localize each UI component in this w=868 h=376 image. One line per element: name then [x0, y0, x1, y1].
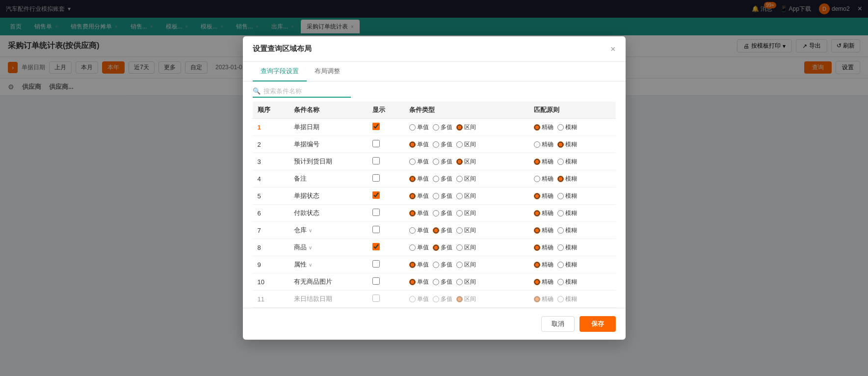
modal-close-btn[interactable]: × [610, 45, 616, 54]
cell-name: 来日结款日期 [289, 291, 368, 308]
cell-order: 7 [253, 222, 289, 239]
modal-title: 设置查询区域布局 [253, 44, 312, 54]
cell-order: 9 [253, 256, 289, 273]
cancel-btn[interactable]: 取消 [541, 316, 575, 332]
cell-match: 精确模糊 [529, 273, 615, 291]
cell-match: 精确模糊 [529, 188, 615, 205]
table-row: 9属性 ∨单值多值区间精确模糊 [253, 256, 616, 273]
cell-type: 单值多值区间 [404, 205, 529, 222]
cell-match: 精确模糊 [529, 136, 615, 153]
save-btn[interactable]: 保存 [579, 316, 616, 332]
th-name: 条件名称 [289, 102, 368, 119]
display-checkbox[interactable] [372, 277, 380, 285]
cell-name: 单据编号 [289, 136, 368, 153]
display-checkbox[interactable] [372, 209, 380, 216]
modal-search: 🔍 [243, 81, 626, 102]
cell-match: 精确模糊 [529, 239, 615, 256]
display-checkbox[interactable] [372, 260, 380, 268]
th-match: 匹配原则 [529, 102, 615, 119]
cell-name: 仓库 ∨ [289, 222, 368, 239]
table-row: 6付款状态单值多值区间精确模糊 [253, 205, 616, 222]
cell-type: 单值多值区间 [404, 188, 529, 205]
cell-type: 单值多值区间 [404, 256, 529, 273]
display-checkbox[interactable] [372, 295, 380, 302]
cell-type: 单值多值区间 [404, 273, 529, 291]
settings-modal: 设置查询区域布局 × 查询字段设置 布局调整 🔍 顺序 [243, 36, 626, 340]
cell-display[interactable] [368, 273, 404, 291]
cell-type: 单值多值区间 [404, 222, 529, 239]
cell-order: 4 [253, 170, 289, 188]
table-row: 1单据日期单值多值区间精确模糊 [253, 119, 616, 136]
cell-type: 单值多值区间 [404, 119, 529, 136]
th-order: 顺序 [253, 102, 289, 119]
cell-order: 2 [253, 136, 289, 153]
cell-display[interactable] [368, 188, 404, 205]
display-checkbox[interactable] [372, 243, 380, 250]
display-checkbox[interactable] [372, 191, 380, 199]
cell-order: 3 [253, 153, 289, 170]
th-display: 显示 [368, 102, 404, 119]
table-row: 4备注单值多值区间精确模糊 [253, 170, 616, 188]
th-type: 条件类型 [404, 102, 529, 119]
cell-name: 属性 ∨ [289, 256, 368, 273]
cell-display[interactable] [368, 222, 404, 239]
cell-display[interactable] [368, 291, 404, 308]
modal-footer: 取消 保存 [243, 308, 626, 340]
display-checkbox[interactable] [372, 174, 380, 182]
cell-display[interactable] [368, 153, 404, 170]
modal-tab-layout-adjust[interactable]: 布局调整 [307, 62, 348, 81]
cell-order: 11 [253, 291, 289, 308]
cell-order: 6 [253, 205, 289, 222]
cell-display[interactable] [368, 136, 404, 153]
cell-name: 单据日期 [289, 119, 368, 136]
display-checkbox[interactable] [372, 140, 380, 147]
table-row: 2单据编号单值多值区间精确模糊 [253, 136, 616, 153]
modal-table-wrap: 顺序 条件名称 显示 条件类型 匹配原则 1单据日期单值多值区间精确模糊2单据编… [243, 102, 626, 308]
table-row: 3预计到货日期单值多值区间精确模糊 [253, 153, 616, 170]
cell-type: 单值多值区间 [404, 136, 529, 153]
search-input[interactable] [263, 87, 342, 95]
cell-order: 5 [253, 188, 289, 205]
search-wrap: 🔍 [253, 87, 351, 98]
cell-name: 备注 [289, 170, 368, 188]
cell-match: 精确模糊 [529, 256, 615, 273]
cell-order: 1 [253, 119, 289, 136]
cell-name: 付款状态 [289, 205, 368, 222]
cell-type: 单值多值区间 [404, 170, 529, 188]
cell-type: 单值多值区间 [404, 153, 529, 170]
cell-display[interactable] [368, 205, 404, 222]
cell-display[interactable] [368, 119, 404, 136]
display-checkbox[interactable] [372, 226, 380, 233]
cell-name: 有无商品图片 [289, 273, 368, 291]
cell-name: 预计到货日期 [289, 153, 368, 170]
cell-display[interactable] [368, 256, 404, 273]
table-row: 8商品 ∨单值多值区间精确模糊 [253, 239, 616, 256]
cell-type: 单值多值区间 [404, 291, 529, 308]
modal-table: 顺序 条件名称 显示 条件类型 匹配原则 1单据日期单值多值区间精确模糊2单据编… [253, 102, 616, 308]
display-checkbox[interactable] [372, 123, 380, 130]
cell-name: 单据状态 [289, 188, 368, 205]
table-header-row: 顺序 条件名称 显示 条件类型 匹配原则 [253, 102, 616, 119]
cell-display[interactable] [368, 239, 404, 256]
cell-match: 精确模糊 [529, 153, 615, 170]
table-row: 5单据状态单值多值区间精确模糊 [253, 188, 616, 205]
cell-match: 精确模糊 [529, 170, 615, 188]
cell-name: 商品 ∨ [289, 239, 368, 256]
modal-tabs: 查询字段设置 布局调整 [243, 62, 626, 81]
cell-match: 精确模糊 [529, 119, 615, 136]
cell-match: 精确模糊 [529, 291, 615, 308]
search-icon: 🔍 [253, 87, 261, 95]
table-row: 11来日结款日期单值多值区间精确模糊 [253, 291, 616, 308]
cell-order: 10 [253, 273, 289, 291]
cell-display[interactable] [368, 170, 404, 188]
display-checkbox[interactable] [372, 157, 380, 164]
modal-tab-query-fields[interactable]: 查询字段设置 [253, 62, 307, 81]
cell-match: 精确模糊 [529, 205, 615, 222]
modal-overlay: 设置查询区域布局 × 查询字段设置 布局调整 🔍 顺序 [0, 0, 868, 376]
table-row: 10有无商品图片单值多值区间精确模糊 [253, 273, 616, 291]
modal-header: 设置查询区域布局 × [243, 36, 626, 62]
table-row: 7仓库 ∨单值多值区间精确模糊 [253, 222, 616, 239]
cell-match: 精确模糊 [529, 222, 615, 239]
cell-order: 8 [253, 239, 289, 256]
cell-type: 单值多值区间 [404, 239, 529, 256]
